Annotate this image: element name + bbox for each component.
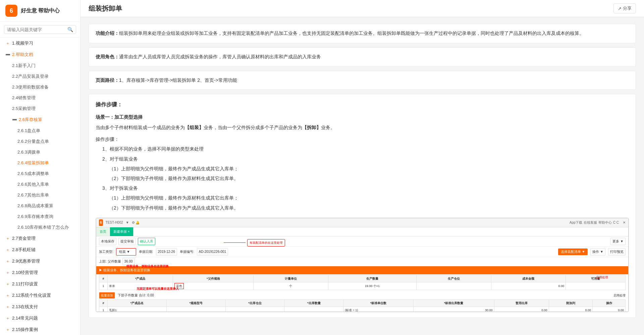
nav-group-title-9[interactable]: ＋ 2.9优惠券管理 <box>0 256 80 267</box>
nav-list: ＋ 1.视频学习 ➖ 2.帮助文档 2.1新手入门 2.2产品安装及登录 2.3… <box>0 38 80 335</box>
mock-btn-ops[interactable]: 操作 ▼ <box>590 248 605 256</box>
sidebar-item-2-6-1[interactable]: 2.6.1盘点单 <box>0 125 80 136</box>
step-2: 2、对于组装业务 <box>96 155 629 163</box>
nav-group-title-2-6[interactable]: ➖ 2.6库存核算 <box>0 114 80 125</box>
role-card: 使用角色：通常由生产人员或库管人员完成拆装业务的操作，库管人员确认原材料的出库和… <box>89 47 636 67</box>
mock-logo: 6 <box>99 219 103 226</box>
mock-upper-qty[interactable]: 36.00 <box>122 258 135 265</box>
sidebar-item-2-6-5[interactable]: 2.6.5成本调整单 <box>0 168 80 179</box>
mock-btn-more[interactable]: 更多 ▼ <box>610 238 626 245</box>
mock-form-label-no: 单据编号: <box>180 249 194 255</box>
expand-icon-9: ＋ <box>5 259 10 264</box>
mock-close-icon[interactable]: ✕ <box>623 220 626 226</box>
share-button[interactable]: ↗ 分享 <box>613 3 636 13</box>
nav-group-label-9: 2.9优惠券管理 <box>12 258 40 264</box>
search-input[interactable] <box>7 27 67 32</box>
search-box[interactable]: 🔍 <box>4 25 76 34</box>
sidebar-item-2-6-10[interactable]: 2.6.10库存账本错了怎么办 <box>0 222 80 233</box>
mock-tab-active[interactable]: 首页 <box>96 227 110 236</box>
intro-card: 功能介绍：组装拆卸单用来处理企业组装或拆卸等加工业务，支持有固定装配清单的产品加… <box>89 24 636 43</box>
share-label: 分享 <box>623 5 632 11</box>
sidebar-item-2-6-8[interactable]: 2.6.8商品成本重算 <box>0 201 80 211</box>
mock-form-no[interactable]: AD-20191226-001 <box>197 248 228 256</box>
role-text: 通常由生产人员或库管人员完成拆装业务的操作，库管人员确认原材料的出库和产成品的入… <box>119 54 321 59</box>
nav-group-title-2[interactable]: ➖ 2.帮助文档 <box>0 49 80 60</box>
steps-intro: 操作步骤： <box>96 135 629 144</box>
expand-icon-2-6: ➖ <box>12 117 17 122</box>
app-title: 好生意 帮助中心 <box>21 7 60 14</box>
nav-group-title-7[interactable]: ＋ 2.7资金管理 <box>0 233 80 244</box>
mock-lower-header: 批量添加 下部子件数量 合计: 0.00 启用处理 <box>99 291 626 299</box>
step-2-2: （2）下部明细为子件明细，最终作为原材料生成其它出库单。 <box>96 174 629 183</box>
nav-group-label-11: 2.11打印设置 <box>12 281 38 287</box>
sidebar-item-2-5[interactable]: 2.5采购管理 <box>0 103 80 114</box>
nav-group-title-11[interactable]: ＋ 2.11打印设置 <box>0 278 80 290</box>
mock-form-type-input[interactable]: 组装 ▼ <box>116 248 136 256</box>
sidebar-item-2-3[interactable]: 2.3使用前数据准备 <box>0 82 80 93</box>
sidebar-item-2-6-4[interactable]: 2.6.4组装拆卸单 <box>0 158 80 168</box>
nav-group-label-7: 2.7资金管理 <box>12 235 36 241</box>
expand-icon-11: ＋ <box>5 282 10 286</box>
nav-group-12: ＋ 2.12系统个性化设置 <box>0 290 80 301</box>
steps-title: 操作步骤： <box>96 100 629 109</box>
mock-upper-label: 上部: 父件数量 <box>99 259 121 265</box>
sidebar-item-2-6-6[interactable]: 2.6.6其他入库单 <box>0 179 80 190</box>
sidebar-item-2-6-2[interactable]: 2.6.2分量盘点单 <box>0 136 80 147</box>
mock-btn-confirm[interactable]: 确认入库 <box>138 238 155 245</box>
nav-group-1: ＋ 1.视频学习 <box>0 38 80 49</box>
mock-upper-area: 上部: 父件数量 36.00 <box>96 257 628 266</box>
nav-group-label-8: 2.8手机旺辅 <box>12 247 36 253</box>
mock-window-controls: App下载 在线客服 帮助中心 C C ✕ <box>570 220 626 226</box>
expand-icon-7: ＋ <box>5 236 10 241</box>
mock-icons: ⚙ 🔔 <box>132 220 140 226</box>
mock-btn-print[interactable]: 打印预览 <box>608 248 626 256</box>
sidebar-item-2-4[interactable]: 2.4销售管理 <box>0 93 80 103</box>
nav-group-label-2-6: 2.6库存核算 <box>19 117 42 123</box>
step-1: 1、根据不同的业务，选择不同单据的类型来处理 <box>96 145 629 153</box>
expand-icon-8: ＋ <box>5 247 10 252</box>
steps-section: 操作步骤： 场景一：加工类型选择 当由多个子件材料组装成一个成品的业务为【组装】… <box>89 94 636 318</box>
sidebar-item-2-6-3[interactable]: 2.6.3调拨单 <box>0 147 80 158</box>
nav-group-title-15[interactable]: ＋ 2.15操作案例 <box>0 324 80 335</box>
nav-group-label-1: 1.视频学习 <box>12 40 33 46</box>
nav-group-10: ＋ 2.10经营管理 <box>0 267 80 278</box>
nav-group-title-8[interactable]: ＋ 2.8手机旺辅 <box>0 244 80 256</box>
mock-tab-new[interactable]: 新建单据 × <box>110 227 133 236</box>
share-icon: ↗ <box>618 6 622 11</box>
mock-lower-right: 启用处理 <box>613 293 626 298</box>
content-area: 功能介绍：组装拆卸单用来处理企业组装或拆卸等加工业务，支持有固定装配清单的产品加… <box>80 17 644 335</box>
top-bar: 组装拆卸单 ↗ 分享 <box>80 0 644 17</box>
step-2-1: （1）上部明细为父件明细，最终作为产成品生成其它入库单； <box>96 165 629 173</box>
mock-btn-batch[interactable]: 批量添加 <box>99 292 115 299</box>
sidebar-item-2-6-7[interactable]: 2.6.7其他出库单 <box>0 190 80 201</box>
step-3: 3、对于拆装业务 <box>96 184 629 192</box>
nav-group-title-13[interactable]: ＋ 2.13在线支付 <box>0 301 80 313</box>
expand-icon-1: ＋ <box>5 41 10 46</box>
nav-group-7: ＋ 2.7资金管理 <box>0 233 80 244</box>
mock-lower-qty: 下部子件数量 合计: 0.00 <box>118 292 154 298</box>
mock-form-date[interactable]: 2019-12-26 <box>156 248 177 256</box>
intro-label: 功能介绍： <box>96 31 119 36</box>
nav-group-15: ＋ 2.15操作案例 <box>0 324 80 335</box>
sidebar-item-2-2[interactable]: 2.2产品安装及登录 <box>0 71 80 82</box>
nav-group-title-10[interactable]: ＋ 2.10经营管理 <box>0 267 80 278</box>
expand-icon-12: ＋ <box>5 293 10 298</box>
nav-group-title-1[interactable]: ＋ 1.视频学习 <box>0 38 80 49</box>
mock-orange-bar-text: ▶ 组装业务、拆卸业务在这里切换 <box>99 267 150 273</box>
nav-group-2: ➖ 2.帮助文档 2.1新手入门 2.2产品安装及登录 2.3使用前数据准备 2… <box>0 49 80 233</box>
mock-btn-assembly[interactable]: 选择装配清单 ▼ <box>558 248 588 255</box>
nav-group-title-12[interactable]: ＋ 2.12系统个性化设置 <box>0 290 80 301</box>
expand-icon-14: ＋ <box>5 316 10 321</box>
search-icon[interactable]: 🔍 <box>67 27 73 32</box>
sidebar-item-2-1[interactable]: 2.1新手入门 <box>0 60 80 71</box>
mock-btn-save[interactable]: 本地保存 <box>99 238 116 245</box>
nav-group-label-15: 2.15操作案例 <box>12 327 38 333</box>
sidebar-item-2-6-9[interactable]: 2.6.9库存账本查询 <box>0 211 80 222</box>
scenario-1-title: 场景一：加工类型选择 <box>96 113 629 121</box>
nav-group-9: ＋ 2.9优惠券管理 <box>0 256 80 267</box>
nav-group-label-10: 2.10经营管理 <box>12 270 38 276</box>
mock-btn-submit[interactable]: 提交审核 <box>118 238 136 245</box>
nav-group-title-14[interactable]: ＋ 2.14常见问题 <box>0 313 80 324</box>
main-area: 组装拆卸单 ↗ 分享 功能介绍：组装拆卸单用来处理企业组装或拆卸等加工业务，支持… <box>80 0 644 335</box>
mock-title: TEST-H002 <box>106 220 123 226</box>
